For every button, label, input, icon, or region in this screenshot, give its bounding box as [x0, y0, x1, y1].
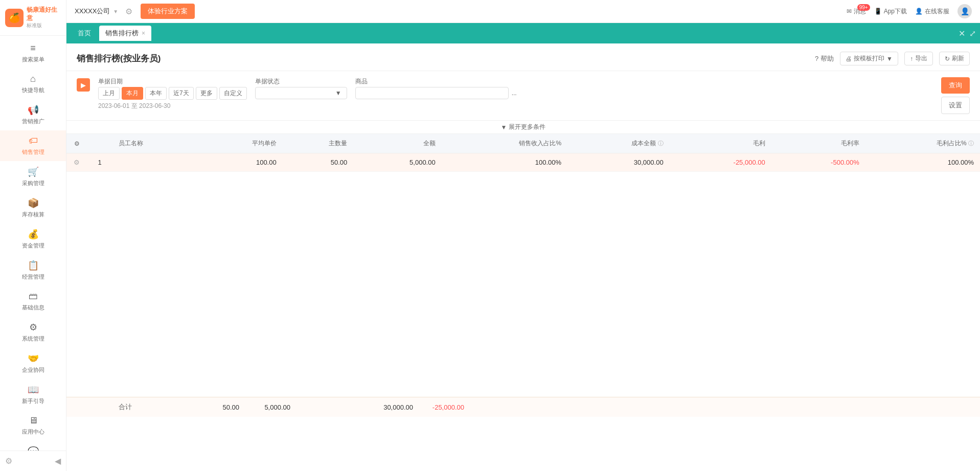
help-button[interactable]: ? 帮助: [815, 54, 834, 63]
header-right: ✉ 消息 99+ 📱 App下载 👤 在线客服 👤: [847, 4, 972, 18]
query-section: 查询 设置: [941, 77, 970, 114]
sidebar-label-system: 系统管理: [22, 335, 44, 343]
date-range-display: 2023-06-01 至 2023-06-30: [98, 102, 247, 110]
date-btn-more[interactable]: 更多: [196, 87, 217, 100]
tab-label: 销售排行榜: [105, 29, 139, 38]
trial-button[interactable]: 体验行业方案: [141, 4, 195, 19]
sidebar-label-enterprise: 企业协同: [22, 366, 44, 374]
message-button[interactable]: ✉ 消息 99+: [847, 7, 866, 16]
sidebar-item-wechat[interactable]: 💬 企业微信: [0, 441, 66, 451]
logo-text: 畅康通好生意: [27, 6, 61, 22]
goods-filter-section: 商品 ...: [355, 77, 518, 99]
filter-toggle-btn[interactable]: ▶: [77, 78, 90, 92]
status-caret-icon: ▼: [335, 89, 341, 97]
date-btn-custom[interactable]: 自定义: [219, 87, 247, 100]
main-area: XXXXX公司 ▼ ⚙ 体验行业方案 ✉ 消息 99+ 📱 App下载 👤 在线…: [66, 0, 980, 471]
sidebar-collapse-icon[interactable]: ◀: [55, 456, 61, 466]
help-label: 帮助: [821, 54, 834, 63]
sidebar-item-guide[interactable]: 📖 新手引导: [0, 379, 66, 410]
th-gross-pct: 毛利占比% ⓘ: [865, 134, 980, 153]
refresh-button[interactable]: ↻ 刷新: [939, 52, 970, 65]
expand-bar: ▼ 展开更多条件: [66, 121, 980, 134]
date-filter-section: 单据日期 上月 本月 本年 近7天 更多 自定义 2023-06-01 至 20…: [98, 77, 247, 110]
user-avatar[interactable]: 👤: [958, 4, 972, 18]
footer-cost: 30,000.00: [358, 403, 419, 411]
th-main-qty: 主数量: [283, 134, 354, 153]
print-button[interactable]: 🖨 按模板打印 ▼: [840, 52, 898, 65]
goods-more-icon[interactable]: ...: [511, 88, 518, 98]
sidebar-item-appcenter[interactable]: 🖥 应用中心: [0, 410, 66, 441]
sidebar-item-operations[interactable]: 📋 经营管理: [0, 255, 66, 286]
wechat-icon: 💬: [28, 446, 39, 451]
query-button[interactable]: 查询: [941, 77, 970, 94]
sidebar-item-enterprise[interactable]: 🤝 企业协同: [0, 348, 66, 379]
logo-sub: 标准版: [27, 22, 61, 29]
sidebar-label-inventory: 库存核算: [22, 211, 44, 218]
logo-icon: 🍊: [5, 9, 24, 27]
sidebar-item-marketing[interactable]: 📢 营销推广: [0, 99, 66, 130]
service-button[interactable]: 👤 在线客服: [915, 7, 949, 16]
export-button[interactable]: ↑ 导出: [904, 52, 933, 65]
sidebar-item-quicknav[interactable]: ⌂ 快捷导航: [0, 69, 66, 99]
goods-input[interactable]: [355, 87, 509, 99]
finance-icon: 💰: [28, 229, 39, 240]
sidebar-footer: ⚙ ◀: [0, 451, 66, 471]
sidebar-item-sales[interactable]: 🏷 销售管理: [0, 130, 66, 161]
footer-gross: -25,000.00: [419, 403, 470, 411]
expand-label: 展开更多条件: [509, 123, 545, 131]
th-sales-pct: 销售收入占比%: [442, 134, 567, 153]
avatar-icon: 👤: [961, 7, 969, 15]
td-settings[interactable]: ⚙: [66, 153, 87, 172]
sidebar-item-finance[interactable]: 💰 资金管理: [0, 223, 66, 255]
th-avg-price: 平均单价: [197, 134, 282, 153]
date-btn-row: 上月 本月 本年 近7天 更多 自定义: [98, 87, 247, 100]
tab-close-icon[interactable]: ×: [142, 30, 145, 37]
message-badge: 99+: [857, 4, 870, 11]
filter-bar: ▶ 单据日期 上月 本月 本年 近7天 更多 自定义 2023-06-01 至 …: [66, 71, 980, 121]
sidebar-item-system[interactable]: ⚙ 系统管理: [0, 317, 66, 348]
th-name: 员工名称: [112, 134, 197, 153]
tab-close-window-icon[interactable]: ✕: [959, 29, 965, 38]
sidebar-item-search[interactable]: ≡ 搜索菜单: [0, 38, 66, 69]
status-select[interactable]: ▼: [255, 87, 347, 99]
th-rank: [87, 134, 112, 153]
company-select[interactable]: XXXXX公司 ▼: [75, 7, 118, 16]
sidebar-label-basicinfo: 基础信息: [22, 304, 44, 311]
sidebar-label-guide: 新手引导: [22, 397, 44, 405]
date-btn-thismonth[interactable]: 本月: [122, 87, 143, 100]
sidebar-item-basicinfo[interactable]: 🗃 基础信息: [0, 286, 66, 317]
operations-icon: 📋: [28, 260, 39, 271]
th-gross-rate: 毛利率: [771, 134, 865, 153]
td-name: [112, 153, 197, 172]
tab-maximize-icon[interactable]: ⤢: [969, 29, 976, 38]
settings-button[interactable]: 设置: [941, 97, 970, 114]
th-cost: 成本全额 ⓘ: [567, 134, 669, 153]
company-caret-icon: ▼: [113, 9, 118, 14]
status-filter-label: 单据状态: [255, 77, 347, 86]
td-gross-pct: 100.00%: [865, 153, 980, 172]
table-footer: 合计 50.00 5,000.00 30,000.00 -25,000.00: [66, 397, 980, 417]
td-rank: 1: [87, 153, 112, 172]
basicinfo-icon: 🗃: [29, 291, 38, 302]
table-spacer: [66, 172, 980, 397]
system-icon: ⚙: [29, 322, 37, 333]
tab-sales-ranking[interactable]: 销售排行榜 ×: [99, 26, 151, 41]
tab-bar: 首页 销售排行榜 × ✕ ⤢: [66, 23, 980, 43]
header-settings-icon[interactable]: ⚙: [125, 7, 132, 16]
sidebar-item-purchase[interactable]: 🛒 采购管理: [0, 161, 66, 192]
sidebar-item-inventory[interactable]: 📦 库存核算: [0, 192, 66, 223]
sidebar-label-sales: 销售管理: [22, 148, 44, 156]
app-download-button[interactable]: 📱 App下载: [874, 7, 907, 16]
date-btn-lastmonth[interactable]: 上月: [98, 87, 120, 100]
message-icon: ✉: [847, 8, 852, 15]
sidebar-settings-icon[interactable]: ⚙: [5, 456, 12, 466]
date-btn-last7[interactable]: 近7天: [169, 87, 194, 100]
logo-area: 🍊 畅康通好生意 标准版: [0, 0, 66, 36]
date-btn-thisyear[interactable]: 本年: [145, 87, 167, 100]
expand-more-btn[interactable]: ▼ 展开更多条件: [501, 123, 546, 131]
th-settings[interactable]: ⚙: [66, 134, 87, 153]
print-caret-icon: ▼: [886, 55, 893, 62]
sidebar: 🍊 畅康通好生意 标准版 ≡ 搜索菜单 ⌂ 快捷导航 📢 营销推广 🏷 销售管理…: [0, 0, 66, 471]
tab-home[interactable]: 首页: [71, 26, 98, 41]
table-header-row: ⚙ 员工名称 平均单价 主数量 全额 销售收入占比% 成本全额 ⓘ 毛利 毛利率…: [66, 134, 980, 153]
